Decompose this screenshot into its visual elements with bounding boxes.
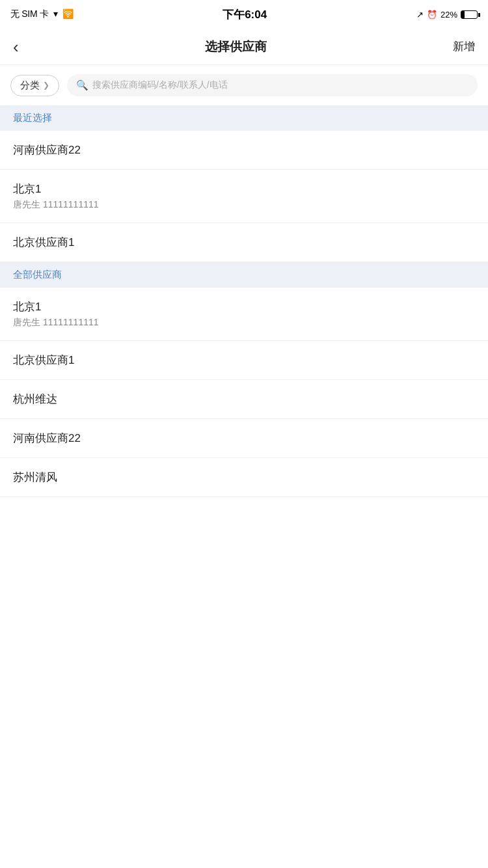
- location-icon: ↗: [416, 10, 424, 20]
- alarm-icon: ⏰: [427, 10, 437, 20]
- search-icon: 🔍: [76, 79, 88, 91]
- supplier-name: 北京1: [13, 299, 475, 314]
- status-bar: 无 SIM 卡 ▾ 🛜 下午6:04 ↗ ⏰ 22%: [0, 0, 488, 29]
- recent-section-header: 最近选择: [0, 105, 488, 131]
- status-time: 下午6:04: [223, 7, 267, 22]
- chevron-right-icon: ❯: [43, 81, 49, 90]
- supplier-contact: 唐先生 11111111111: [13, 317, 475, 329]
- battery-icon: [461, 10, 478, 19]
- supplier-name: 北京供应商1: [13, 235, 475, 250]
- search-box[interactable]: 🔍 搜索供应商编码/名称/联系人/电话: [67, 74, 478, 96]
- list-item[interactable]: 北京1 唐先生 11111111111: [0, 170, 488, 223]
- list-item[interactable]: 北京1 唐先生 11111111111: [0, 288, 488, 341]
- search-input[interactable]: 搜索供应商编码/名称/联系人/电话: [92, 79, 468, 91]
- supplier-name: 河南供应商22: [13, 142, 475, 157]
- list-item[interactable]: 杭州维达: [0, 380, 488, 419]
- recent-section-label: 最近选择: [13, 112, 52, 123]
- nav-bar: ‹ 选择供应商 新增: [0, 29, 488, 65]
- list-item[interactable]: 河南供应商22: [0, 419, 488, 458]
- category-label: 分类: [20, 79, 40, 92]
- all-items-list: 北京1 唐先生 11111111111 北京供应商1 杭州维达 河南供应商22 …: [0, 288, 488, 497]
- battery-percentage: 22%: [441, 10, 457, 20]
- back-button[interactable]: ‹: [13, 38, 19, 55]
- filter-row: 分类 ❯ 🔍 搜索供应商编码/名称/联系人/电话: [0, 65, 488, 105]
- all-section-header: 全部供应商: [0, 262, 488, 288]
- supplier-name: 北京供应商1: [13, 353, 475, 368]
- supplier-name: 杭州维达: [13, 392, 475, 407]
- list-item[interactable]: 河南供应商22: [0, 131, 488, 170]
- add-button[interactable]: 新增: [453, 39, 475, 54]
- all-section-label: 全部供应商: [13, 269, 62, 280]
- list-item[interactable]: 苏州清风: [0, 458, 488, 497]
- supplier-name: 河南供应商22: [13, 431, 475, 446]
- category-button[interactable]: 分类 ❯: [10, 75, 59, 96]
- recent-items-list: 河南供应商22 北京1 唐先生 11111111111 北京供应商1: [0, 131, 488, 262]
- status-right: ↗ ⏰ 22%: [416, 10, 478, 20]
- list-item[interactable]: 北京供应商1: [0, 341, 488, 380]
- status-left: 无 SIM 卡 ▾ 🛜: [10, 8, 73, 20]
- supplier-contact: 唐先生 11111111111: [13, 199, 475, 211]
- list-item[interactable]: 北京供应商1: [0, 223, 488, 262]
- supplier-name: 苏州清风: [13, 470, 475, 485]
- supplier-name: 北京1: [13, 182, 475, 197]
- page-title: 选择供应商: [205, 38, 267, 55]
